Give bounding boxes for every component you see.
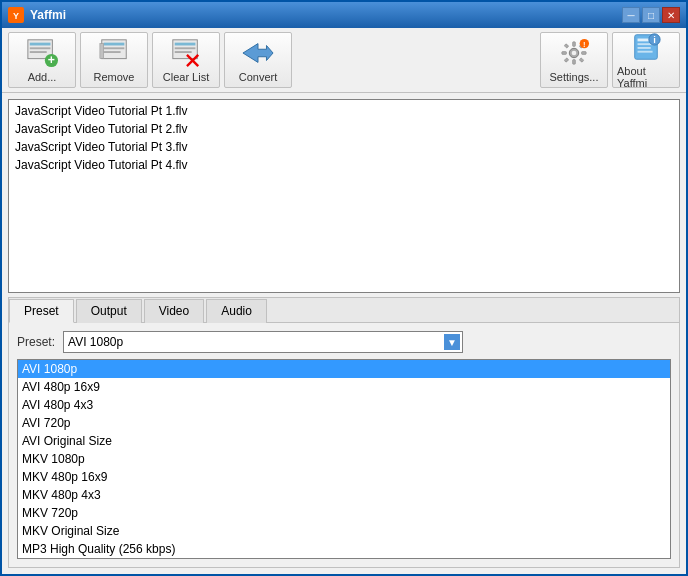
svg-point-21 [572, 51, 577, 56]
settings-icon: ! [558, 37, 590, 69]
dropdown-item[interactable]: MP3 High Quality (256 kbps) [18, 540, 670, 558]
about-icon: i [630, 31, 662, 63]
svg-text:!: ! [583, 40, 586, 49]
convert-icon [242, 37, 274, 69]
svg-rect-26 [564, 44, 569, 49]
preset-row: Preset: AVI 1080p ▼ [17, 331, 671, 353]
title-controls: ─ □ ✕ [622, 7, 680, 23]
dropdown-item[interactable]: MP3 Low Quality (64 kbps) [18, 558, 670, 559]
dropdown-item[interactable]: AVI 480p 4x3 [18, 396, 670, 414]
dropdown-arrow-icon: ▼ [444, 334, 460, 350]
tab-video[interactable]: Video [144, 299, 204, 323]
clear-list-button[interactable]: Clear List [152, 32, 220, 88]
tab-content: Preset: AVI 1080p ▼ AVI 1080pAVI 480p 16… [9, 323, 679, 567]
convert-button-label: Convert [239, 71, 278, 83]
tab-preset[interactable]: Preset [9, 299, 74, 323]
maximize-button[interactable]: □ [642, 7, 660, 23]
svg-rect-11 [104, 51, 121, 53]
dropdown-item[interactable]: MKV 1080p [18, 450, 670, 468]
about-button-label: About Yaffmi [617, 65, 675, 89]
list-item[interactable]: JavaScript Video Tutorial Pt 1.flv [11, 102, 677, 120]
svg-rect-24 [562, 52, 567, 55]
add-icon: + [26, 37, 58, 69]
main-window: Y Yaffmi ─ □ ✕ + Add.. [0, 0, 688, 576]
app-icon: Y [8, 7, 24, 23]
add-button[interactable]: + Add... [8, 32, 76, 88]
tab-audio[interactable]: Audio [206, 299, 267, 323]
svg-rect-15 [175, 47, 196, 49]
remove-button[interactable]: Remove [80, 32, 148, 88]
svg-rect-23 [573, 60, 576, 65]
svg-rect-14 [175, 43, 196, 46]
remove-icon [98, 37, 130, 69]
add-button-label: Add... [28, 71, 57, 83]
svg-text:+: + [48, 53, 55, 67]
svg-marker-19 [243, 44, 273, 63]
svg-rect-35 [638, 47, 651, 49]
title-bar: Y Yaffmi ─ □ ✕ [2, 2, 686, 28]
preset-select-display[interactable]: AVI 1080p ▼ [63, 331, 463, 353]
dropdown-item[interactable]: MKV Original Size [18, 522, 670, 540]
dropdown-item[interactable]: AVI 480p 16x9 [18, 378, 670, 396]
preset-select-wrapper: AVI 1080p ▼ [63, 331, 463, 353]
tabs-section: PresetOutputVideoAudio Preset: AVI 1080p… [8, 297, 680, 568]
svg-text:Y: Y [13, 11, 19, 21]
dropdown-list[interactable]: AVI 1080pAVI 480p 16x9AVI 480p 4x3AVI 72… [17, 359, 671, 559]
toolbar: + Add... Remove [2, 28, 686, 93]
content-area: JavaScript Video Tutorial Pt 1.flvJavaSc… [2, 93, 686, 574]
list-item[interactable]: JavaScript Video Tutorial Pt 3.flv [11, 138, 677, 156]
svg-rect-9 [104, 43, 125, 46]
svg-rect-25 [582, 52, 587, 55]
svg-rect-29 [579, 58, 584, 63]
svg-text:i: i [653, 34, 656, 45]
svg-rect-4 [30, 47, 51, 49]
list-item[interactable]: JavaScript Video Tutorial Pt 2.flv [11, 120, 677, 138]
dropdown-item[interactable]: MKV 480p 4x3 [18, 486, 670, 504]
preset-selected-value: AVI 1080p [68, 335, 123, 349]
close-button[interactable]: ✕ [662, 7, 680, 23]
list-item[interactable]: JavaScript Video Tutorial Pt 4.flv [11, 156, 677, 174]
svg-rect-5 [30, 51, 47, 53]
convert-button[interactable]: Convert [224, 32, 292, 88]
minimize-button[interactable]: ─ [622, 7, 640, 23]
clear-list-button-label: Clear List [163, 71, 209, 83]
dropdown-item[interactable]: AVI 720p [18, 414, 670, 432]
svg-rect-22 [573, 42, 576, 47]
tab-bar: PresetOutputVideoAudio [9, 298, 679, 323]
tab-output[interactable]: Output [76, 299, 142, 323]
svg-rect-16 [175, 51, 192, 53]
about-button[interactable]: i About Yaffmi [612, 32, 680, 88]
window-title: Yaffmi [30, 8, 66, 22]
dropdown-item[interactable]: AVI Original Size [18, 432, 670, 450]
svg-rect-3 [30, 43, 51, 46]
svg-rect-36 [638, 51, 653, 53]
title-bar-left: Y Yaffmi [8, 7, 66, 23]
settings-button[interactable]: ! Settings... [540, 32, 608, 88]
svg-rect-10 [104, 47, 125, 49]
remove-button-label: Remove [94, 71, 135, 83]
dropdown-item[interactable]: MKV 720p [18, 504, 670, 522]
svg-rect-12 [100, 44, 104, 59]
dropdown-item[interactable]: MKV 480p 16x9 [18, 468, 670, 486]
settings-button-label: Settings... [550, 71, 599, 83]
svg-rect-28 [564, 58, 569, 63]
preset-label: Preset: [17, 335, 55, 349]
file-list[interactable]: JavaScript Video Tutorial Pt 1.flvJavaSc… [8, 99, 680, 293]
clear-list-icon [170, 37, 202, 69]
dropdown-item[interactable]: AVI 1080p [18, 360, 670, 378]
